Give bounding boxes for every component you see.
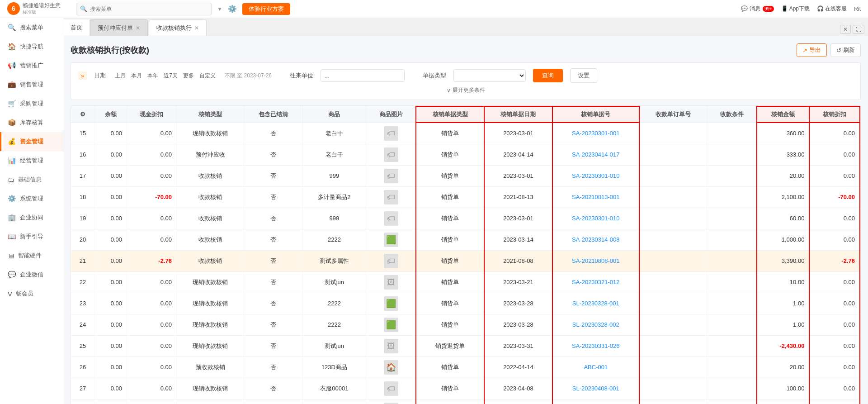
tab-receipt-close[interactable]: ✕: [194, 25, 199, 31]
row-verify-bill-no[interactable]: SL-20230328-002: [552, 314, 639, 335]
row-included-cleared: 否: [244, 229, 303, 250]
expand-more-button[interactable]: ∨ 展开更多条件: [447, 86, 485, 94]
bill-no-link[interactable]: SA-20230331-026: [572, 342, 620, 349]
bill-no-link[interactable]: SA-20230301-010: [572, 215, 620, 222]
date-btn-last-month[interactable]: 上月: [113, 71, 127, 81]
col-settings[interactable]: ⚙: [71, 106, 95, 123]
table-row[interactable]: 20 0.00 0.00 收款核销 否 2222 🟩 销货单 2023-03-1…: [71, 229, 860, 250]
date-btn-7days[interactable]: 近7天: [162, 71, 179, 81]
message-area[interactable]: 💬 消息 99+: [741, 5, 774, 13]
row-cash-discount: 0.00: [127, 271, 176, 293]
bill-no-link[interactable]: SL-20230328-001: [572, 300, 619, 307]
industry-plan-button[interactable]: 体验行业方案: [242, 3, 290, 15]
search-input[interactable]: [90, 6, 208, 12]
table-row[interactable]: 17 0.00 0.00 收款核销 否 999 🏷 销货单 2023-03-01…: [71, 165, 860, 186]
sidebar-item-operations[interactable]: 📊经营管理: [0, 151, 63, 170]
settings-icon[interactable]: ⚙️: [228, 5, 237, 13]
bill-no-link[interactable]: SA-20230314-008: [572, 236, 620, 243]
table-row[interactable]: 16 0.00 0.00 预付冲应收 否 老白干 🏷 销货单 2023-04-1…: [71, 144, 860, 165]
row-verify-bill-no[interactable]: ABC-001: [552, 356, 639, 378]
date-custom-button[interactable]: 自定义: [198, 71, 217, 81]
app-download[interactable]: 📱 App下载: [781, 5, 810, 13]
sidebar-item-wechat[interactable]: 💬企业微信: [0, 265, 63, 284]
row-verify-bill-no[interactable]: SA-20230331-026: [552, 335, 639, 356]
bill-no-link[interactable]: SA-20230301-010: [572, 172, 620, 179]
sidebar-item-purchase[interactable]: 🛒采购管理: [0, 94, 63, 113]
row-verify-bill-no[interactable]: SA-20230301-001: [552, 123, 639, 144]
sidebar-item-guide[interactable]: 📖新手引导: [0, 227, 63, 246]
tab-prepay-close[interactable]: ✕: [136, 25, 140, 31]
row-receipt-order-no: [639, 293, 707, 314]
filter-expand-button[interactable]: »: [78, 71, 87, 80]
sidebar-item-inventory[interactable]: 📦库存核算: [0, 113, 63, 132]
user-name[interactable]: Rit: [854, 6, 861, 12]
bill-no-link[interactable]: SA-20210813-001: [572, 194, 620, 200]
bill-no-link[interactable]: ABC-001: [584, 364, 608, 371]
online-service[interactable]: 🎧 在线客服: [817, 5, 847, 13]
row-verify-bill-no[interactable]: SA-20230301-010: [552, 208, 639, 229]
tab-prepay[interactable]: 预付冲应付单 ✕: [90, 19, 148, 36]
row-verify-bill-no[interactable]: SA-20230301-010: [552, 165, 639, 186]
row-verify-bill-date: 2023-03-31: [484, 335, 552, 356]
sidebar-item-basic[interactable]: 🗂基础信息: [0, 170, 63, 189]
table-row[interactable]: 21 0.00 -2.76 收款核销 否 测试多属性 🏷 销货单 2021-08…: [71, 250, 860, 271]
tab-home[interactable]: 首页: [63, 19, 90, 36]
row-verify-bill-no[interactable]: SA-20210813-001: [552, 186, 639, 208]
table-row[interactable]: 19 0.00 0.00 收款核销 否 999 🏷 销货单 2023-03-01…: [71, 208, 860, 229]
table-row[interactable]: 27 0.00 0.00 现销收款核销 否 衣服00001 🏷 销货单 2023…: [71, 378, 860, 399]
row-verify-bill-no[interactable]: SA-20230321-012: [552, 271, 639, 293]
tab-receipt[interactable]: 收款核销执行 ✕: [149, 19, 207, 36]
row-balance: 0.00: [95, 271, 127, 293]
row-product: 衣服00001: [302, 378, 366, 399]
table-row[interactable]: 28 0.00 0.00 现销收款核销 否 2222 🟩 销货单 2023-04…: [71, 399, 860, 404]
layout: 🔍搜索菜单🏠快捷导航📢营销推广💼销售管理🛒采购管理📦库存核算💰资金管理📊经营管理…: [0, 18, 868, 404]
date-btn-this-month[interactable]: 本月: [129, 71, 144, 81]
bill-type-select[interactable]: [453, 69, 526, 82]
row-verify-bill-no[interactable]: SL-20230418-001: [552, 399, 639, 404]
sidebar-item-marketing[interactable]: 📢营销推广: [0, 56, 63, 75]
dropdown-arrow-icon[interactable]: ▼: [217, 6, 222, 12]
row-verify-bill-no[interactable]: SL-20230408-001: [552, 378, 639, 399]
bill-no-link[interactable]: SL-20230408-001: [572, 385, 619, 392]
setting-button[interactable]: 设置: [570, 68, 597, 83]
sidebar-item-system[interactable]: ⚙️系统管理: [0, 189, 63, 208]
row-receipt-cond: [707, 186, 757, 208]
table-row[interactable]: 23 0.00 0.00 现销收款核销 否 2222 🟩 销货单 2023-03…: [71, 293, 860, 314]
export-button[interactable]: ↗ 导出: [797, 43, 827, 57]
date-btn-more[interactable]: 更多: [181, 71, 196, 81]
sidebar-item-shortcut[interactable]: 🏠快捷导航: [0, 37, 63, 56]
row-receipt-cond: [707, 399, 757, 404]
tab-fullscreen-button[interactable]: ⛶: [853, 25, 864, 34]
sidebar-item-finance[interactable]: 💰资金管理: [0, 132, 63, 151]
bill-no-link[interactable]: SA-20230414-017: [572, 151, 620, 158]
bill-no-link[interactable]: SL-20230328-002: [572, 321, 619, 328]
row-verify-bill-no[interactable]: SA-20230414-017: [552, 144, 639, 165]
query-button[interactable]: 查询: [533, 69, 563, 82]
table-row[interactable]: 18 0.00 -70.00 收款核销 否 多计量商品2 🏷 销货单 2021-…: [71, 186, 860, 208]
bill-no-link[interactable]: SA-20210808-001: [572, 257, 620, 264]
row-included-cleared: 否: [244, 271, 303, 293]
table-row[interactable]: 15 0.00 0.00 现销收款核销 否 老白干 🏷 销货单 2023-03-…: [71, 123, 860, 144]
table-row[interactable]: 25 0.00 0.00 现销收款核销 否 测试jun 🖼 销货退货单 2023…: [71, 335, 860, 356]
bill-no-link[interactable]: SA-20230301-001: [572, 130, 620, 137]
table-row[interactable]: 26 0.00 0.00 预收款核销 否 123D商品 🏠 销货单 2022-0…: [71, 356, 860, 378]
bill-no-link[interactable]: SA-20230321-012: [572, 279, 620, 285]
row-verify-bill-date: 2023-04-08: [484, 378, 552, 399]
row-verify-discount: -70.00: [809, 186, 860, 208]
inventory-icon: 📦: [8, 119, 16, 127]
row-verify-bill-no[interactable]: SL-20230328-001: [552, 293, 639, 314]
sidebar-item-sales[interactable]: 💼销售管理: [0, 75, 63, 94]
search-bar[interactable]: 🔍: [76, 3, 212, 15]
sidebar-item-search[interactable]: 🔍搜索菜单: [0, 18, 63, 37]
sidebar-item-corp[interactable]: 🏢企业协同: [0, 208, 63, 227]
table-row[interactable]: 22 0.00 0.00 现销收款核销 否 测试jun 🖼 销货单 2023-0…: [71, 271, 860, 293]
date-btn-this-year[interactable]: 本年: [146, 71, 160, 81]
refresh-button[interactable]: ↺ 刷新: [830, 43, 861, 57]
row-verify-bill-no[interactable]: SA-20210808-001: [552, 250, 639, 271]
row-verify-bill-no[interactable]: SA-20230314-008: [552, 229, 639, 250]
sidebar-item-hardware[interactable]: 🖥智能硬件: [0, 246, 63, 265]
tab-close-all-button[interactable]: ✕: [840, 25, 851, 34]
sidebar-item-member[interactable]: V畅会员: [0, 284, 63, 303]
table-row[interactable]: 24 0.00 0.00 现销收款核销 否 2222 🟩 销货单 2023-03…: [71, 314, 860, 335]
counterpart-input[interactable]: [321, 69, 405, 82]
